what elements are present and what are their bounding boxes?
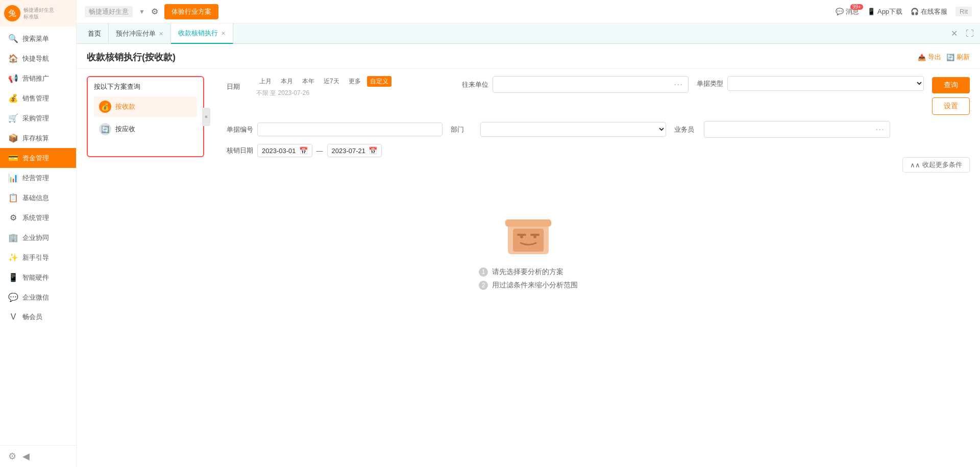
collapse-more-btn[interactable]: ∧∧ 收起更多条件 bbox=[902, 157, 970, 173]
sidebar-item-finance[interactable]: 💳资金管理 bbox=[0, 148, 76, 168]
logo-text: 畅捷通好生意 标准版 bbox=[23, 7, 54, 20]
sidebar-item-quick[interactable]: 🏠快捷导航 bbox=[0, 48, 76, 68]
topbar-app-download[interactable]: 📱 App下载 bbox=[867, 7, 902, 16]
empty-texts: 1 请先选择要分析的方案 2 用过滤条件来缩小分析范围 bbox=[479, 267, 578, 290]
staff-input[interactable]: ··· bbox=[704, 121, 890, 138]
doc-no-field: 单据编号 bbox=[227, 122, 443, 136]
sidebar-item-label: 系统管理 bbox=[22, 213, 49, 223]
refresh-button[interactable]: 🔄 刷新 bbox=[946, 53, 970, 62]
empty-illustration bbox=[498, 208, 559, 259]
date-btn-custom[interactable]: 自定义 bbox=[367, 76, 391, 87]
query-button[interactable]: 查询 bbox=[932, 77, 970, 93]
query-settings-col: 查询 设置 bbox=[932, 76, 970, 115]
topbar-chevron-icon[interactable]: ▼ bbox=[139, 8, 145, 15]
refresh-icon: 🔄 bbox=[946, 54, 954, 61]
sidebar-item-basic[interactable]: 📋基础信息 bbox=[0, 188, 76, 208]
settings-button[interactable]: 设置 bbox=[932, 97, 970, 115]
topbar-solution-btn[interactable]: 体验行业方案 bbox=[164, 4, 218, 19]
filter-left-panel: 按以下方案查询 💰 按收款 🔄 按应收 « bbox=[87, 76, 204, 157]
sidebar-item-hardware[interactable]: 📱智能硬件 bbox=[0, 267, 76, 287]
settings-bottom-icon[interactable]: ⚙ bbox=[8, 451, 16, 462]
sidebar-item-label: 销售管理 bbox=[22, 94, 49, 103]
sidebar-item-label: 资金管理 bbox=[22, 154, 49, 163]
sidebar-item-biz[interactable]: 📊经营管理 bbox=[0, 168, 76, 188]
date-btn-this-year[interactable]: 本年 bbox=[299, 76, 317, 87]
collapse-sidebar-icon[interactable]: ◀ bbox=[22, 451, 30, 462]
search-icon: 🔍 bbox=[8, 34, 18, 43]
topbar-gear-icon[interactable]: ⚙ bbox=[151, 7, 158, 16]
dept-select[interactable] bbox=[480, 122, 667, 137]
doc-no-input[interactable] bbox=[257, 122, 443, 136]
sidebar-item-label: 企业协同 bbox=[22, 233, 49, 242]
staff-label: 业务员 bbox=[674, 125, 700, 134]
receipt-option-label: 按收款 bbox=[115, 102, 135, 111]
export-button[interactable]: 📤 导出 bbox=[918, 53, 941, 62]
writeoff-start-date[interactable]: 2023-03-01 📅 bbox=[257, 144, 312, 157]
page-title: 收款核销执行(按收款) bbox=[87, 51, 176, 63]
calendar-end-icon: 📅 bbox=[369, 146, 377, 155]
expand-tab-icon[interactable]: ⛶ bbox=[964, 28, 976, 39]
topbar-message[interactable]: 💬 消息 99+ bbox=[836, 7, 859, 16]
tab-close-icon[interactable]: ✕ bbox=[221, 30, 226, 37]
topbar-user[interactable]: Rit bbox=[955, 7, 972, 16]
date-btn-last-month[interactable]: 上月 bbox=[256, 76, 275, 87]
date-btn-this-month[interactable]: 本月 bbox=[278, 76, 296, 87]
sidebar-item-wechat[interactable]: 💬企业微信 bbox=[0, 287, 76, 307]
doc-type-field: 单据类型 bbox=[697, 76, 924, 91]
sidebar-item-member[interactable]: V畅会员 bbox=[0, 307, 76, 327]
topbar-service[interactable]: 🎧 在线客服 bbox=[911, 7, 947, 16]
sidebar-item-label: 企业微信 bbox=[22, 293, 49, 302]
svg-point-4 bbox=[520, 235, 523, 238]
sidebar-item-inventory[interactable]: 📦库存核算 bbox=[0, 128, 76, 148]
svg-point-5 bbox=[533, 235, 536, 238]
sidebar-item-purchase[interactable]: 🛒采购管理 bbox=[0, 108, 76, 128]
doc-type-label: 单据类型 bbox=[697, 79, 723, 88]
doc-type-select[interactable] bbox=[727, 76, 924, 91]
tab-home[interactable]: 首页 bbox=[81, 23, 109, 44]
sidebar-item-search[interactable]: 🔍搜索菜单 bbox=[0, 29, 76, 48]
sidebar-item-label: 库存核算 bbox=[22, 134, 49, 143]
sidebar-item-label: 新手引导 bbox=[22, 253, 49, 262]
sales-icon: 💰 bbox=[8, 93, 18, 103]
tab-label: 首页 bbox=[88, 29, 101, 38]
tab-receipt[interactable]: 收款核销执行✕ bbox=[171, 23, 233, 44]
sidebar-item-sales[interactable]: 💰销售管理 bbox=[0, 88, 76, 108]
date-separator: — bbox=[316, 147, 323, 155]
staff-dots-icon: ··· bbox=[873, 124, 885, 135]
purchase-icon: 🛒 bbox=[8, 113, 18, 123]
counterpart-label: 往来单位 bbox=[462, 80, 488, 89]
counterpart-input[interactable]: ··· bbox=[493, 76, 689, 93]
tabbar-actions: ✕ ⛶ bbox=[949, 28, 976, 39]
app-icon: 📱 bbox=[867, 8, 875, 15]
staff-field: 业务员 ··· bbox=[674, 121, 890, 138]
date-btn-more[interactable]: 更多 bbox=[346, 76, 364, 87]
doc-no-label: 单据编号 bbox=[227, 125, 253, 134]
sidebar-item-guide[interactable]: ✨新手引导 bbox=[0, 248, 76, 267]
receivable-option-icon: 🔄 bbox=[99, 123, 111, 135]
date-btn-7days[interactable]: 近7天 bbox=[321, 76, 342, 87]
filter-option-by-receivable[interactable]: 🔄 按应收 bbox=[94, 119, 197, 139]
empty-hint-1: 1 请先选择要分析的方案 bbox=[479, 267, 578, 277]
empty-state: 1 请先选择要分析的方案 2 用过滤条件来缩小分析范围 bbox=[77, 178, 980, 321]
finance-icon: 💳 bbox=[8, 153, 18, 163]
sidebar-item-label: 畅会员 bbox=[22, 312, 42, 322]
chevron-up-icon: ∧∧ bbox=[910, 161, 920, 169]
filter-option-by-receipt[interactable]: 💰 按收款 bbox=[94, 96, 197, 117]
hardware-icon: 📱 bbox=[8, 273, 18, 282]
sidebar-bottom: ⚙ ◀ bbox=[0, 445, 76, 467]
close-tab-icon[interactable]: ✕ bbox=[949, 28, 960, 39]
sidebar-item-marketing[interactable]: 📢营销推广 bbox=[0, 68, 76, 88]
sidebar-logo: 兔 畅捷通好生意 标准版 bbox=[0, 0, 76, 27]
empty-num-2: 2 bbox=[479, 281, 488, 290]
tab-prepay[interactable]: 预付冲应付单✕ bbox=[109, 23, 171, 44]
tab-close-icon[interactable]: ✕ bbox=[159, 31, 163, 37]
receivable-option-label: 按应收 bbox=[115, 125, 135, 134]
collapse-filter-btn[interactable]: « bbox=[202, 108, 210, 126]
system-icon: ⚙ bbox=[8, 213, 18, 223]
sidebar-item-system[interactable]: ⚙系统管理 bbox=[0, 208, 76, 228]
dept-label: 部门 bbox=[451, 125, 476, 134]
sidebar-item-label: 营销推广 bbox=[22, 74, 49, 83]
sidebar-item-enterprise[interactable]: 🏢企业协同 bbox=[0, 228, 76, 248]
writeoff-end-date[interactable]: 2023-07-21 📅 bbox=[327, 144, 382, 157]
sidebar: 兔 畅捷通好生意 标准版 🔍搜索菜单🏠快捷导航📢营销推广💰销售管理🛒采购管理📦库… bbox=[0, 0, 77, 467]
